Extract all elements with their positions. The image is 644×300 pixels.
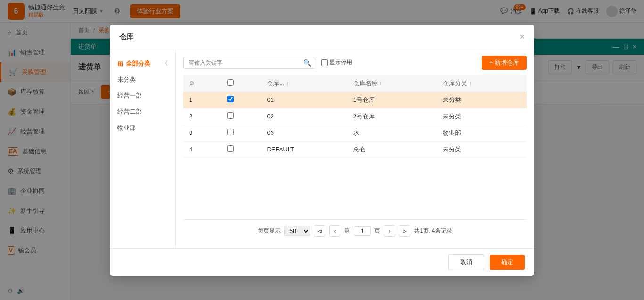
col-category-label: 仓库分类 — [443, 79, 467, 88]
table-row[interactable]: 1 01 1号仓库 未分类 — [183, 92, 527, 108]
modal-body: ⊞ 全部分类 《 未分类 经营一部 经营二部 物业部 🔍 — [110, 50, 534, 248]
col-code-label: 仓库... — [267, 79, 284, 88]
page-number-input[interactable] — [354, 226, 371, 236]
modal-close-button[interactable]: × — [520, 32, 525, 42]
col-name-label: 仓库名称 — [353, 79, 378, 88]
page-label-post: 页 — [374, 227, 380, 235]
first-page-button[interactable]: ⊲ — [314, 225, 325, 237]
row-category: 物业部 — [437, 125, 527, 141]
row-name: 水 — [347, 125, 437, 141]
show-disabled-text: 显示停用 — [330, 58, 352, 67]
modal-category-sidebar: ⊞ 全部分类 《 未分类 经营一部 经营二部 物业部 — [110, 50, 176, 248]
row-num: 4 — [183, 141, 222, 158]
category-all-label: 全部分类 — [126, 59, 150, 68]
modal-footer: 取消 确定 — [110, 248, 534, 276]
row-name: 1号仓库 — [347, 92, 437, 108]
warehouse-table: ⚙ 仓库... ↑ — [183, 75, 527, 158]
modal-title: 仓库 — [119, 33, 133, 42]
next-page-button[interactable]: › — [384, 225, 395, 237]
row-code: DEFAULT — [261, 141, 347, 158]
show-disabled-label[interactable]: 显示停用 — [321, 58, 352, 67]
row-category: 未分类 — [437, 92, 527, 108]
row-checkbox[interactable] — [227, 96, 234, 102]
row-checkbox[interactable] — [227, 112, 234, 119]
new-warehouse-button[interactable]: + 新增仓库 — [482, 56, 527, 70]
row-category: 未分类 — [437, 141, 527, 158]
modal-toolbar: 🔍 显示停用 + 新增仓库 — [183, 56, 527, 70]
select-all-checkbox[interactable] — [227, 79, 234, 86]
show-disabled-checkbox[interactable] — [321, 59, 328, 66]
sort-icon-category: ↑ — [469, 81, 471, 86]
col-category[interactable]: 仓库分类 ↑ — [437, 75, 527, 92]
pagination-bar: 每页显示 50 10 20 100 ⊲ ‹ 第 页 › ⊳ 共1页, 4条记录 — [183, 219, 527, 242]
row-code: 01 — [261, 92, 347, 108]
cancel-button[interactable]: 取消 — [448, 254, 484, 270]
row-checkbox-cell[interactable] — [222, 92, 262, 108]
row-checkbox-cell[interactable] — [222, 125, 262, 141]
per-page-label: 每页显示 — [258, 227, 281, 235]
row-checkbox[interactable] — [227, 145, 234, 152]
modal-overlay: 仓库 × ⊞ 全部分类 《 未分类 经营一部 经营二部 物业部 — [0, 0, 644, 300]
per-page-select[interactable]: 50 10 20 100 — [284, 226, 310, 236]
table-row[interactable]: 2 02 2号仓库 未分类 — [183, 108, 527, 125]
sort-icon-code: ↑ — [286, 81, 289, 86]
row-code: 03 — [261, 125, 347, 141]
category-item-dept2[interactable]: 经营二部 — [110, 104, 175, 120]
row-checkbox-cell[interactable] — [222, 108, 262, 125]
search-input[interactable] — [184, 57, 299, 68]
row-checkbox[interactable] — [227, 129, 234, 135]
category-item-uncategorized[interactable]: 未分类 — [110, 72, 175, 88]
modal-main-area: 🔍 显示停用 + 新增仓库 ⚙ — [176, 50, 534, 248]
table-header: ⚙ 仓库... ↑ — [183, 75, 527, 92]
prev-page-button[interactable]: ‹ — [329, 225, 340, 237]
table-row[interactable]: 4 DEFAULT 总仓 未分类 — [183, 141, 527, 158]
row-code: 02 — [261, 108, 347, 125]
confirm-button[interactable]: 确定 — [490, 255, 525, 270]
last-page-button[interactable]: ⊳ — [399, 225, 410, 237]
row-category: 未分类 — [437, 108, 527, 125]
col-checkbox — [222, 75, 262, 92]
category-item-dept1[interactable]: 经营一部 — [110, 88, 175, 104]
table-row[interactable]: 3 03 水 物业部 — [183, 125, 527, 141]
search-button[interactable]: 🔍 — [299, 59, 315, 67]
row-num: 3 — [183, 125, 222, 141]
row-num: 1 — [183, 92, 222, 108]
table-gear-icon: ⚙ — [189, 80, 195, 87]
table-body: 1 01 1号仓库 未分类 2 02 2号仓库 未分类 3 03 水 物业部 4… — [183, 92, 527, 158]
page-label-pre: 第 — [344, 227, 350, 235]
warehouse-modal: 仓库 × ⊞ 全部分类 《 未分类 经营一部 经营二部 物业部 — [110, 25, 534, 276]
search-box: 🔍 — [183, 57, 315, 69]
modal-header: 仓库 × — [110, 25, 534, 50]
row-checkbox-cell[interactable] — [222, 141, 262, 158]
col-gear: ⚙ — [183, 75, 222, 92]
col-name[interactable]: 仓库名称 ↑ — [347, 75, 437, 92]
row-name: 2号仓库 — [347, 108, 437, 125]
category-all-header[interactable]: ⊞ 全部分类 《 — [110, 56, 175, 72]
sort-icon-name: ↑ — [380, 81, 382, 86]
col-code[interactable]: 仓库... ↑ — [261, 75, 347, 92]
row-name: 总仓 — [347, 141, 437, 158]
category-item-property[interactable]: 物业部 — [110, 120, 175, 136]
collapse-sidebar-button[interactable]: 《 — [162, 59, 168, 67]
category-grid-icon: ⊞ — [117, 60, 123, 67]
total-info: 共1页, 4条记录 — [414, 227, 452, 235]
row-num: 2 — [183, 108, 222, 125]
